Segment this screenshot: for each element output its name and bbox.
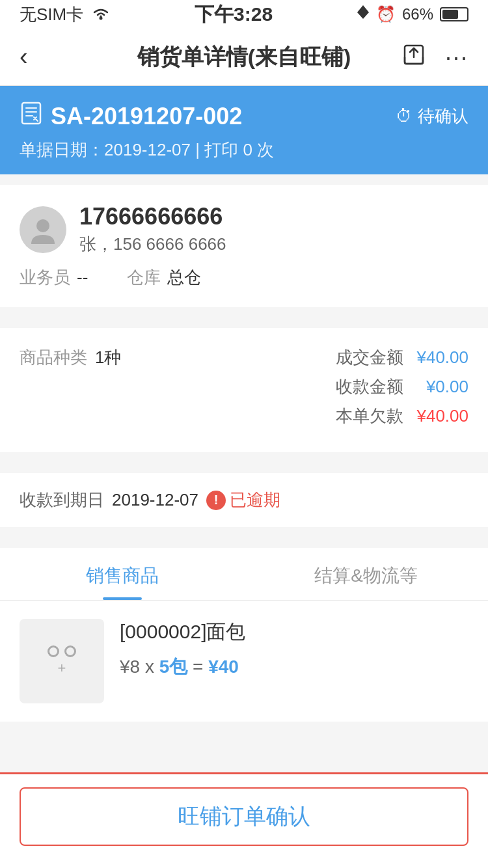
back-button[interactable]: ‹: [13, 36, 34, 77]
divider-1: [0, 174, 488, 185]
owl-logo: +: [47, 645, 76, 677]
product-type-label: 商品种类: [20, 346, 87, 369]
battery-percent: 66%: [402, 5, 433, 23]
order-status: ⏱ 待确认: [396, 105, 468, 128]
due-date-value: 2019-12-07: [112, 490, 198, 510]
payment-amount-row: 收款金额 ¥0.00: [336, 375, 468, 398]
tabs-section: 销售商品 结算&物流等: [0, 548, 488, 601]
transaction-amount-label: 成交金额: [336, 346, 403, 369]
status-time: 下午3:28: [195, 1, 273, 28]
owl-eye-left: [47, 645, 59, 657]
owl-plus-text: +: [58, 660, 66, 677]
info-section: 商品种类 1种 成交金额 ¥40.00 收款金额 ¥0.00 本单欠款 ¥40.…: [0, 328, 488, 452]
nav-bar: ‹ 销货单详情(来自旺铺) ···: [0, 29, 488, 86]
nav-actions: ···: [402, 43, 468, 72]
warehouse-label: 仓库: [127, 266, 161, 289]
warehouse-value: 总仓: [167, 266, 201, 289]
page-title: 销货单详情(来自旺铺): [137, 42, 351, 72]
owl-eyes: [47, 645, 76, 657]
banner-top: SA-20191207-002 ⏱ 待确认: [20, 102, 468, 131]
debt-amount-label: 本单欠款: [336, 405, 403, 427]
customer-info: 17666666666 张，156 6666 6666: [79, 203, 226, 256]
clock-icon: ⏱: [396, 106, 413, 126]
alarm-icon: ⏰: [376, 5, 396, 23]
svg-point-3: [36, 219, 49, 232]
order-id: SA-20191207-002: [51, 103, 242, 130]
battery-icon: [440, 7, 468, 21]
product-item: + [0000002]面包 ¥8 x 5包 = ¥40: [20, 619, 468, 703]
product-image: +: [20, 619, 104, 703]
info-row: 商品种类 1种 成交金额 ¥40.00 收款金额 ¥0.00 本单欠款 ¥40.…: [20, 346, 468, 434]
payment-amount-label: 收款金额: [336, 375, 403, 398]
overdue-text: 已逾期: [230, 489, 280, 511]
transaction-amount-value: ¥40.00: [416, 347, 468, 368]
export-icon[interactable]: [402, 43, 426, 72]
status-left: 无SIM卡: [20, 3, 111, 26]
avatar: [20, 206, 66, 253]
status-right: ⏰ 66%: [357, 5, 468, 24]
customer-name-detail: 张，156 6666 6666: [79, 233, 226, 256]
overdue-badge: ! 已逾期: [206, 489, 280, 511]
transaction-amount-row: 成交金额 ¥40.00: [336, 346, 468, 369]
carrier-text: 无SIM卡: [20, 3, 83, 26]
overdue-warning-icon: !: [206, 491, 226, 510]
debt-amount-row: 本单欠款 ¥40.00: [336, 405, 468, 427]
header-banner: SA-20191207-002 ⏱ 待确认 单据日期：2019-12-07 | …: [0, 86, 488, 174]
bottom-bar: 旺铺订单确认: [0, 772, 488, 868]
confirm-order-button[interactable]: 旺铺订单确认: [20, 787, 468, 846]
sales-rep-label: 业务员: [20, 266, 70, 289]
due-date-section: 收款到期日 2019-12-07 ! 已逾期: [0, 473, 488, 527]
order-id-row: SA-20191207-002: [20, 102, 242, 131]
tab-sales-product[interactable]: 销售商品: [0, 548, 244, 600]
sales-rep-item: 业务员 --: [20, 266, 88, 289]
payment-amount-value: ¥0.00: [426, 377, 468, 397]
customer-top: 17666666666 张，156 6666 6666: [20, 203, 468, 256]
product-section: + [0000002]面包 ¥8 x 5包 = ¥40: [0, 601, 488, 722]
product-name: [0000002]面包: [120, 619, 468, 645]
customer-meta: 业务员 -- 仓库 总仓: [20, 266, 468, 289]
unit-price: ¥8 x: [120, 657, 159, 677]
product-thumbnail: +: [20, 619, 104, 703]
product-price-formula: ¥8 x 5包 = ¥40: [120, 655, 468, 679]
divider-3: [0, 463, 488, 473]
order-date-info: 单据日期：2019-12-07 | 打印 0 次: [20, 139, 468, 161]
product-type-info: 商品种类 1种: [20, 346, 121, 369]
due-date-label: 收款到期日: [20, 489, 104, 511]
svg-point-0: [100, 16, 103, 20]
divider-4: [0, 537, 488, 548]
more-icon[interactable]: ···: [445, 44, 468, 71]
customer-section: 17666666666 张，156 6666 6666 业务员 -- 仓库 总仓: [0, 185, 488, 307]
equals-sign: =: [187, 657, 208, 677]
tab-settle-logistics[interactable]: 结算&物流等: [244, 548, 488, 600]
location-icon: [357, 5, 370, 24]
product-details: [0000002]面包 ¥8 x 5包 = ¥40: [120, 619, 468, 679]
quantity-value: 5包: [159, 657, 188, 677]
product-type-value: 1种: [95, 346, 121, 369]
order-icon: [20, 102, 43, 131]
wifi-icon: [91, 5, 111, 25]
divider-2: [0, 318, 488, 328]
total-price: ¥40: [208, 657, 239, 677]
customer-phone: 17666666666: [79, 203, 226, 230]
status-bar: 无SIM卡 下午3:28 ⏰ 66%: [0, 0, 488, 29]
sales-rep-value: --: [77, 267, 88, 288]
debt-amount-value: ¥40.00: [416, 406, 468, 426]
amount-info: 成交金额 ¥40.00 收款金额 ¥0.00 本单欠款 ¥40.00: [336, 346, 468, 434]
warehouse-item: 仓库 总仓: [127, 266, 201, 289]
owl-eye-right: [64, 645, 76, 657]
tabs-header: 销售商品 结算&物流等: [0, 548, 488, 601]
status-text: 待确认: [418, 105, 468, 128]
